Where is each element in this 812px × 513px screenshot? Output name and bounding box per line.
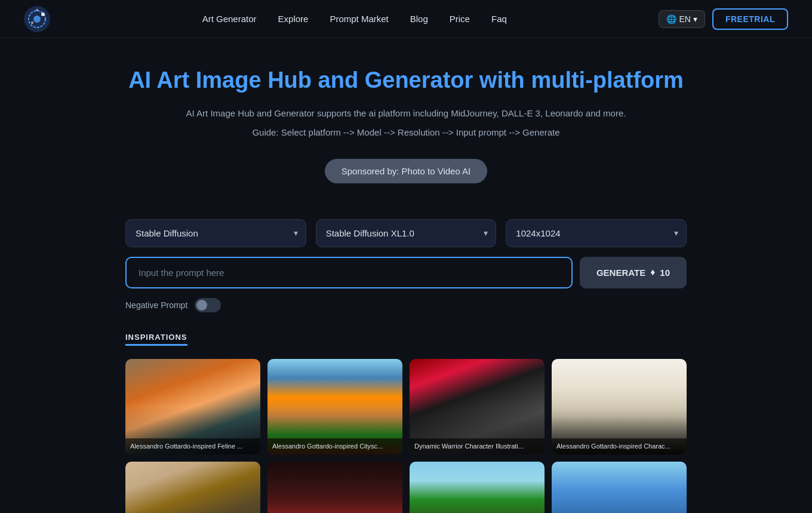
gallery-caption-3: Dynamic Warrior Character Illustrati... (410, 438, 545, 454)
nav-links: Art Generator Explore Prompt Market Blog… (202, 14, 507, 24)
nav-prompt-market[interactable]: Prompt Market (330, 14, 388, 24)
svg-point-2 (33, 16, 41, 23)
nav-price[interactable]: Price (450, 14, 470, 24)
globe-icon: 🌐 (666, 14, 676, 24)
platform-select-wrapper: Stable Diffusion MidJourney DALL-E 3 Leo… (125, 219, 306, 247)
nav-art-generator[interactable]: Art Generator (202, 14, 257, 24)
negative-prompt-label: Negative Prompt (125, 300, 187, 310)
selects-row: Stable Diffusion MidJourney DALL-E 3 Leo… (113, 219, 699, 247)
gallery-item-5[interactable] (125, 462, 260, 513)
navigation: Art Generator Explore Prompt Market Blog… (0, 0, 812, 38)
lang-label: EN (679, 14, 690, 24)
gallery-item-3[interactable]: Dynamic Warrior Character Illustrati... (410, 359, 545, 454)
model-select[interactable]: Stable Diffusion XL1.0 Stable Diffusion … (316, 219, 497, 247)
platform-select[interactable]: Stable Diffusion MidJourney DALL-E 3 Leo… (125, 219, 306, 247)
negative-prompt-row: Negative Prompt (113, 298, 699, 312)
nav-right: 🌐 EN ▾ FREETRIAL (659, 8, 788, 30)
resolution-select[interactable]: 1024x1024 512x512 768x768 1024x768 (506, 219, 687, 247)
prompt-row: GENERATE ♦ 10 (113, 257, 699, 288)
gallery-caption-4: Alessandro Gottardo-inspired Charac... (552, 438, 687, 454)
chevron-down-icon: ▾ (693, 14, 697, 24)
gallery-grid: Alessandro Gottardo-inspired Feline ... … (125, 359, 687, 513)
hero-section: AI Art Image Hub and Generator with mult… (0, 38, 812, 219)
gallery-item-7[interactable] (410, 462, 545, 513)
sponsored-button[interactable]: Sponsored by: Photo to Video AI (325, 159, 488, 183)
credits-count: 10 (660, 268, 670, 278)
resolution-select-wrapper: 1024x1024 512x512 768x768 1024x768 ▾ (506, 219, 687, 247)
gallery-item-1[interactable]: Alessandro Gottardo-inspired Feline ... (125, 359, 260, 454)
inspirations-title: INSPIRATIONS (125, 333, 187, 346)
generate-label: GENERATE (596, 268, 645, 278)
inspirations-section: INSPIRATIONS Alessandro Gottardo-inspire… (113, 331, 699, 513)
language-button[interactable]: 🌐 EN ▾ (659, 10, 705, 28)
gallery-caption-2: Alessandro Gottardo-inspired Citysc... (267, 438, 402, 454)
nav-explore[interactable]: Explore (278, 14, 309, 24)
logo-icon (24, 6, 50, 32)
svg-point-3 (41, 13, 45, 16)
gallery-item-4[interactable]: Alessandro Gottardo-inspired Charac... (552, 359, 687, 454)
hero-guide: Guide: Select platform --> Model --> Res… (12, 125, 800, 140)
free-trial-button[interactable]: FREETRIAL (712, 8, 788, 30)
hero-subtitle: AI Art Image Hub and Generator supports … (12, 106, 800, 121)
gallery-item-2[interactable]: Alessandro Gottardo-inspired Citysc... (267, 359, 402, 454)
svg-point-4 (31, 21, 33, 24)
prompt-input[interactable] (125, 257, 573, 288)
toggle-slider (195, 298, 221, 312)
gallery-caption-1: Alessandro Gottardo-inspired Feline ... (125, 438, 260, 454)
gallery-item-8[interactable] (552, 462, 687, 513)
model-select-wrapper: Stable Diffusion XL1.0 Stable Diffusion … (316, 219, 497, 247)
nav-faq[interactable]: Faq (491, 14, 507, 24)
negative-prompt-toggle[interactable] (195, 298, 221, 312)
hero-title: AI Art Image Hub and Generator with mult… (12, 67, 800, 94)
generate-button[interactable]: GENERATE ♦ 10 (580, 257, 687, 288)
gem-icon: ♦ (650, 267, 655, 278)
gallery-item-6[interactable] (267, 462, 402, 513)
nav-blog[interactable]: Blog (410, 14, 428, 24)
logo[interactable] (24, 6, 50, 32)
